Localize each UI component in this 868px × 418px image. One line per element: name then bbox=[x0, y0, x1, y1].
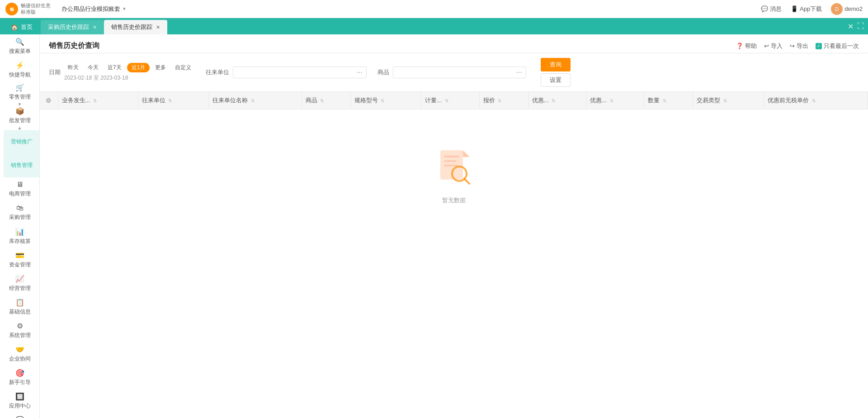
partner-label: 往来单位 bbox=[206, 68, 229, 76]
import-button[interactable]: ↩ 导入 bbox=[764, 42, 783, 50]
sidebar-item-ecommerce[interactable]: 🖥 电商管理 bbox=[0, 177, 39, 201]
export-button[interactable]: ↪ 导出 bbox=[790, 42, 808, 50]
date-tab-today[interactable]: 今天 bbox=[84, 63, 102, 72]
help-button[interactable]: ❓ 帮助 bbox=[736, 42, 757, 50]
data-table: ⚙ 业务发生... ⇅ 往来单位 ⇅ 往来单位名称 ⇅ bbox=[40, 92, 868, 241]
purchase-icon: 🛍 bbox=[16, 204, 24, 212]
partner-dots-icon[interactable]: ··· bbox=[356, 68, 362, 76]
sort-icon-qty: ⇅ bbox=[663, 98, 666, 103]
product-filter-group: 商品 ··· bbox=[377, 66, 526, 78]
empty-illustration bbox=[431, 146, 476, 191]
sort-icon-partner: ⇅ bbox=[168, 98, 172, 103]
query-button[interactable]: 查询 bbox=[541, 58, 571, 71]
search-icon: 🔍 bbox=[15, 38, 24, 46]
tab-sales-history[interactable]: 销售历史价跟踪 ✕ bbox=[104, 20, 167, 34]
logo-text: 畅捷信好生意 标准版 bbox=[21, 3, 51, 14]
tab-purchase-history[interactable]: 采购历史价跟踪 ✕ bbox=[41, 20, 104, 34]
th-qty[interactable]: 数量 ⇅ bbox=[644, 92, 693, 109]
th-unit[interactable]: 计量... ⇅ bbox=[421, 92, 479, 109]
gear-icon[interactable]: ⚙ bbox=[46, 97, 52, 104]
sort-icon-discount2: ⇅ bbox=[610, 98, 613, 103]
svg-line-7 bbox=[464, 179, 469, 184]
wechat-icon: 💬 bbox=[15, 416, 24, 418]
sidebar-item-search[interactable]: 🔍 搜索菜单 bbox=[0, 34, 39, 58]
content-area: 销售历史价查询 ❓ 帮助 ↩ 导入 ↪ 导出 只看最后一次 bbox=[40, 34, 868, 418]
sidebar-item-operations[interactable]: 📈 经营管理 bbox=[0, 271, 39, 295]
close-window-icon[interactable]: ✕ bbox=[848, 22, 854, 31]
sort-icon-pretax: ⇅ bbox=[812, 98, 816, 103]
th-settings[interactable]: ⚙ bbox=[40, 92, 58, 109]
page-actions: ❓ 帮助 ↩ 导入 ↪ 导出 只看最后一次 bbox=[736, 42, 859, 50]
user-avatar[interactable]: D demo2 bbox=[831, 3, 863, 15]
sidebar: 🔍 搜索菜单 ⚡ 快捷导航 🛒 零售管理 ▼ 📦 批发管理 ▲ 营销推广 销售管… bbox=[0, 34, 40, 418]
sidebar-item-quick-nav[interactable]: ⚡ 快捷导航 bbox=[0, 58, 39, 81]
download-button[interactable]: 📱 App下载 bbox=[791, 5, 822, 13]
th-partner-name[interactable]: 往来单位名称 ⇅ bbox=[209, 92, 302, 109]
message-button[interactable]: 💬 消息 bbox=[761, 5, 782, 13]
retail-icon: 🛒 bbox=[15, 83, 24, 92]
enterprise-icon: 🤝 bbox=[15, 345, 24, 354]
sort-icon-biz-date: ⇅ bbox=[93, 98, 97, 103]
quick-nav-icon: ⚡ bbox=[15, 61, 24, 70]
filter-bar: 日期 昨天 今天 近7天 近1月 更多 自定义 2023-02-18 至 202… bbox=[40, 53, 868, 92]
partner-input-wrapper: ··· bbox=[233, 66, 366, 78]
sidebar-item-purchase[interactable]: 🛍 采购管理 bbox=[0, 201, 39, 224]
th-discount2[interactable]: 优惠... ⇅ bbox=[586, 92, 644, 109]
th-discount1[interactable]: 优惠... ⇅ bbox=[528, 92, 586, 109]
product-input[interactable] bbox=[397, 69, 514, 76]
sort-icon-trade-type: ⇅ bbox=[723, 98, 727, 103]
sidebar-item-retail[interactable]: 🛒 零售管理 ▼ bbox=[0, 83, 39, 107]
sidebar-item-sales-mgmt[interactable]: 销售管理 bbox=[4, 154, 39, 177]
inventory-icon: 📊 bbox=[15, 228, 24, 236]
basic-icon: 📋 bbox=[15, 298, 24, 307]
sidebar-item-wholesale[interactable]: 📦 批发管理 ▲ bbox=[0, 107, 39, 130]
sidebar-item-finance[interactable]: 💳 资金管理 bbox=[0, 248, 39, 271]
date-tab-yesterday[interactable]: 昨天 bbox=[64, 63, 82, 72]
th-partner-code[interactable]: 往来单位 ⇅ bbox=[138, 92, 209, 109]
sort-icon-spec: ⇅ bbox=[381, 98, 384, 103]
th-product[interactable]: 商品 ⇅ bbox=[302, 92, 350, 109]
sidebar-item-marketing[interactable]: 营销推广 bbox=[4, 130, 39, 154]
partner-input[interactable] bbox=[237, 69, 354, 76]
product-label: 商品 bbox=[377, 68, 389, 76]
filter-buttons: 查询 设置 bbox=[541, 58, 571, 87]
top-bar: 畅 畅捷信好生意 标准版 办公用品行业模拟账套 ▼ 💬 消息 📱 App下载 D… bbox=[0, 0, 868, 18]
sidebar-item-basic[interactable]: 📋 基础信息 bbox=[0, 295, 39, 318]
only-last-checkbox[interactable] bbox=[816, 43, 822, 49]
download-icon: 📱 bbox=[791, 5, 798, 12]
th-pretax-price[interactable]: 优惠前无税单价 ⇅ bbox=[764, 92, 868, 109]
tab-close-purchase[interactable]: ✕ bbox=[93, 24, 97, 30]
only-last-checkbox-label[interactable]: 只看最后一次 bbox=[816, 42, 859, 50]
tab-close-sales[interactable]: ✕ bbox=[156, 24, 160, 30]
svg-marker-8 bbox=[463, 150, 470, 157]
sidebar-item-inventory[interactable]: 📊 库存核算 bbox=[0, 224, 39, 248]
maximize-icon[interactable]: ⛶ bbox=[857, 22, 864, 30]
product-dots-icon[interactable]: ··· bbox=[516, 68, 522, 76]
date-tab-custom[interactable]: 自定义 bbox=[171, 63, 195, 72]
date-tab-7days[interactable]: 近7天 bbox=[104, 63, 125, 72]
th-trade-type[interactable]: 交易类型 ⇅ bbox=[693, 92, 764, 109]
settings-button[interactable]: 设置 bbox=[541, 73, 571, 87]
date-tab-1month[interactable]: 近1月 bbox=[127, 63, 150, 72]
export-icon: ↪ bbox=[790, 43, 795, 49]
product-input-wrapper: ··· bbox=[393, 66, 526, 78]
newbie-icon: 🎯 bbox=[15, 369, 24, 377]
date-filter-group: 日期 昨天 今天 近7天 近1月 更多 自定义 2023-02-18 至 202… bbox=[49, 63, 195, 82]
sidebar-item-apps[interactable]: 🔲 应用中心 bbox=[0, 389, 39, 413]
date-tabs: 昨天 今天 近7天 近1月 更多 自定义 bbox=[64, 63, 195, 72]
sidebar-item-newbie[interactable]: 🎯 新手引导 bbox=[0, 366, 39, 389]
operations-icon: 📈 bbox=[15, 275, 24, 283]
empty-state-row: 暂无数据 bbox=[40, 109, 868, 241]
sidebar-item-wechat[interactable]: 💬 企业微信 bbox=[0, 413, 39, 418]
tab-home[interactable]: 🏠 首页 bbox=[4, 20, 40, 34]
top-bar-right: 💬 消息 📱 App下载 D demo2 bbox=[761, 3, 863, 15]
app-selector[interactable]: 办公用品行业模拟账套 ▼ bbox=[61, 5, 127, 13]
sidebar-item-enterprise[interactable]: 🤝 企业协同 bbox=[0, 342, 39, 366]
th-biz-date[interactable]: 业务发生... ⇅ bbox=[58, 92, 138, 109]
th-quote[interactable]: 报价 ⇅ bbox=[479, 92, 528, 109]
date-tab-more[interactable]: 更多 bbox=[151, 63, 170, 72]
th-spec[interactable]: 规格型号 ⇅ bbox=[350, 92, 421, 109]
svg-text:畅: 畅 bbox=[10, 7, 14, 12]
sidebar-item-system[interactable]: ⚙ 系统管理 bbox=[0, 318, 39, 342]
empty-state: 暂无数据 bbox=[40, 109, 868, 241]
